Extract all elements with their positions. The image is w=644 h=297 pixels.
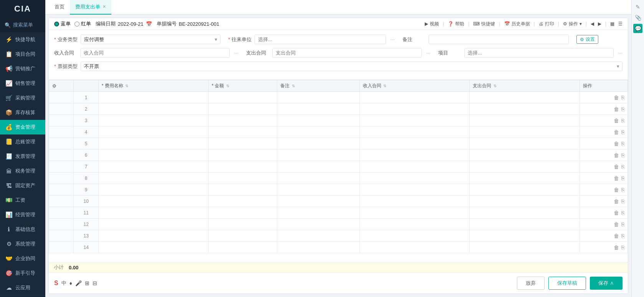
table-row[interactable]: 14 🗑 ⎘ xyxy=(49,242,628,253)
cell-expense-contract[interactable] xyxy=(470,126,579,138)
calendar-icon[interactable]: 📅 xyxy=(146,21,152,27)
nav-next-btn[interactable]: ▶ xyxy=(598,21,601,27)
discard-button[interactable]: 放弃 xyxy=(517,277,545,290)
cell-expense-name[interactable] xyxy=(98,219,208,230)
delete-icon[interactable]: 🗑 xyxy=(614,187,619,193)
cell-expense-name[interactable] xyxy=(98,138,208,149)
cell-note[interactable] xyxy=(277,173,360,184)
expense-contract-ellipsis[interactable]: ··· xyxy=(426,50,430,56)
cell-expense-contract[interactable] xyxy=(470,230,579,242)
cell-amount[interactable] xyxy=(209,242,277,253)
help-btn[interactable]: ❓ 帮助 xyxy=(448,21,464,27)
copy-icon[interactable]: ⎘ xyxy=(621,106,624,112)
cell-amount[interactable] xyxy=(209,173,277,184)
table-config-header[interactable]: ⚙ xyxy=(49,80,74,92)
delete-icon[interactable]: 🗑 xyxy=(614,95,619,101)
cell-expense-name[interactable] xyxy=(98,230,208,242)
project-ellipsis[interactable]: ··· xyxy=(618,50,622,56)
cell-amount[interactable] xyxy=(209,115,277,126)
cell-amount[interactable] xyxy=(209,126,277,138)
cell-note[interactable] xyxy=(277,115,360,126)
print-btn[interactable]: 🖨 打印 xyxy=(539,21,554,27)
cell-note[interactable] xyxy=(277,207,360,219)
tab-home[interactable]: 首页 xyxy=(49,0,70,15)
sidebar-item-quicknav[interactable]: ⚡ 快捷导航 xyxy=(0,32,45,47)
table-row[interactable]: 3 🗑 ⎘ xyxy=(49,115,628,126)
copy-icon[interactable]: ⎘ xyxy=(621,233,624,239)
table-row[interactable]: 9 🗑 ⎘ xyxy=(49,184,628,196)
delete-icon[interactable]: 🗑 xyxy=(614,152,619,158)
cell-amount[interactable] xyxy=(209,92,277,103)
cell-amount[interactable] xyxy=(209,138,277,149)
sidebar-item-invoice[interactable]: 🧾 发票管理 xyxy=(0,149,45,164)
blue-bill-radio[interactable]: 蓝单 xyxy=(54,20,71,27)
partner-ellipsis[interactable]: ··· xyxy=(391,37,395,42)
copy-icon[interactable]: ⎘ xyxy=(621,141,624,147)
cell-amount[interactable] xyxy=(209,230,277,242)
delete-icon[interactable]: 🗑 xyxy=(614,244,619,251)
cell-amount[interactable] xyxy=(209,219,277,230)
table-amount-header[interactable]: * 金额 ⇅ xyxy=(209,80,277,92)
sidebar-item-sales[interactable]: 📈 销售管理 xyxy=(0,76,45,91)
cell-income-contract[interactable] xyxy=(359,184,469,196)
cell-amount[interactable] xyxy=(209,196,277,207)
sidebar-item-project[interactable]: 📋 项目合同 xyxy=(0,47,45,61)
delete-icon[interactable]: 🗑 xyxy=(614,141,619,147)
cell-amount[interactable] xyxy=(209,103,277,115)
icon-grid-add[interactable]: ⊞ xyxy=(85,280,89,286)
copy-icon[interactable]: ⎘ xyxy=(621,118,624,124)
delete-icon[interactable]: 🗑 xyxy=(614,233,619,239)
partner-input[interactable] xyxy=(255,35,386,44)
cell-income-contract[interactable] xyxy=(359,149,469,161)
sidebar-item-tax[interactable]: 🏛 税务管理 xyxy=(0,164,45,178)
save-button[interactable]: 保存 ∧ xyxy=(590,277,622,290)
sidebar-item-purchase[interactable]: 🛒 采购管理 xyxy=(0,91,45,105)
right-panel-edit-icon[interactable]: ✎ xyxy=(633,2,642,12)
copy-icon[interactable]: ⎘ xyxy=(621,164,624,170)
sidebar-item-funds[interactable]: 💰 资金管理 xyxy=(0,120,45,134)
copy-icon[interactable]: ⎘ xyxy=(621,152,624,158)
table-row[interactable]: 5 🗑 ⎘ xyxy=(49,138,628,149)
cell-expense-name[interactable] xyxy=(98,126,208,138)
sidebar-item-accounting[interactable]: 📒 总账管理 xyxy=(0,134,45,149)
right-panel-chat-icon[interactable]: 💬 xyxy=(633,24,642,33)
cell-income-contract[interactable] xyxy=(359,126,469,138)
cell-amount[interactable] xyxy=(209,161,277,173)
cell-income-contract[interactable] xyxy=(359,196,469,207)
cell-income-contract[interactable] xyxy=(359,115,469,126)
table-row[interactable]: 13 🗑 ⎘ xyxy=(49,230,628,242)
right-panel-clip-icon[interactable]: 📎 xyxy=(633,13,642,22)
cell-expense-name[interactable] xyxy=(98,161,208,173)
cell-expense-contract[interactable] xyxy=(470,161,579,173)
cell-expense-name[interactable] xyxy=(98,115,208,126)
copy-icon[interactable]: ⎘ xyxy=(621,221,624,227)
icon-diamond[interactable]: ♦ xyxy=(70,280,72,286)
cell-income-contract[interactable] xyxy=(359,242,469,253)
sidebar-item-system[interactable]: ⚙ 系统管理 xyxy=(0,237,45,251)
cell-expense-name[interactable] xyxy=(98,184,208,196)
table-row[interactable]: 1 🗑 ⎘ xyxy=(49,92,628,103)
copy-icon[interactable]: ⎘ xyxy=(621,175,624,181)
cell-note[interactable] xyxy=(277,149,360,161)
project-input[interactable] xyxy=(464,48,614,58)
cell-expense-name[interactable] xyxy=(98,242,208,253)
sidebar-search[interactable]: 🔍 搜索菜单 xyxy=(0,18,45,32)
copy-icon[interactable]: ⎘ xyxy=(621,210,624,216)
icon-grid-remove[interactable]: ⊟ xyxy=(93,280,97,286)
cell-expense-name[interactable] xyxy=(98,207,208,219)
delete-icon[interactable]: 🗑 xyxy=(614,221,619,227)
cell-expense-contract[interactable] xyxy=(470,138,579,149)
cell-expense-contract[interactable] xyxy=(470,173,579,184)
setting-button[interactable]: ⚙ 设置 xyxy=(576,35,598,44)
cell-expense-contract[interactable] xyxy=(470,115,579,126)
view-icon-btn[interactable]: ▦ xyxy=(610,21,614,27)
cell-income-contract[interactable] xyxy=(359,161,469,173)
cell-expense-contract[interactable] xyxy=(470,219,579,230)
sidebar-item-assets[interactable]: 🏗 固定资产 xyxy=(0,178,45,193)
table-row[interactable]: 11 🗑 ⎘ xyxy=(49,207,628,219)
invoice-type-select[interactable]: 不开票 xyxy=(81,61,622,71)
copy-icon[interactable]: ⎘ xyxy=(621,95,624,101)
cell-note[interactable] xyxy=(277,103,360,115)
red-bill-input[interactable] xyxy=(74,22,79,27)
video-btn[interactable]: ▶ 视频 xyxy=(425,21,439,27)
